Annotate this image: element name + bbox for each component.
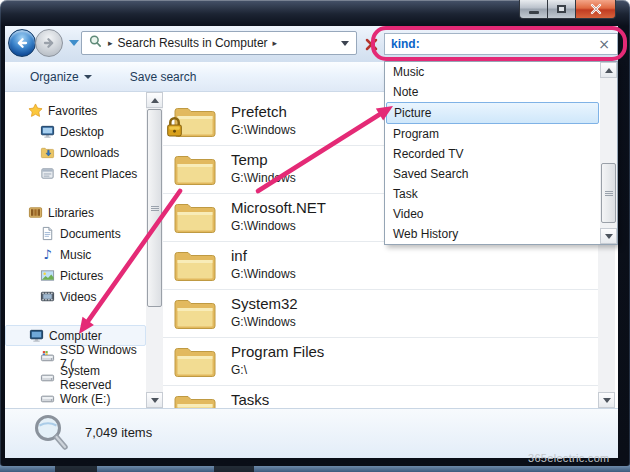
close-icon: [590, 3, 602, 15]
window-controls: [519, 0, 616, 19]
scroll-down-button[interactable]: [598, 392, 615, 408]
scroll-down-button[interactable]: [146, 392, 163, 408]
sidebar-label: Computer: [49, 329, 102, 343]
save-search-button[interactable]: Save search: [122, 66, 205, 88]
sidebar-item-desktop[interactable]: Desktop: [5, 121, 146, 142]
search-input[interactable]: [391, 37, 598, 51]
document-icon: [40, 226, 55, 241]
organize-button[interactable]: Organize: [22, 66, 100, 88]
sidebar-label: Videos: [60, 290, 96, 304]
search-magnifier-icon: [29, 412, 75, 462]
search-location-icon: [88, 34, 103, 53]
navigation-pane: Favorites Desktop Downloads: [5, 92, 146, 408]
thumb-grip-icon: [151, 206, 159, 211]
dropdown-scrollbar[interactable]: [600, 62, 617, 244]
back-arrow-icon: [14, 35, 30, 51]
thumb-grip-icon: [605, 191, 613, 196]
close-button[interactable]: [576, 0, 616, 19]
chevron-down-icon: [84, 75, 92, 79]
triangle-up-icon: [605, 68, 613, 73]
breadcrumb-arrow-icon[interactable]: ▸: [273, 38, 278, 48]
sidebar-item-documents[interactable]: Documents: [5, 223, 146, 244]
desktop-icon: [40, 124, 55, 139]
file-name: Prefetch: [231, 103, 287, 120]
file-row-inf[interactable]: inf G:\Windows: [163, 242, 598, 290]
file-name: System32: [231, 295, 298, 312]
folder-icon: [173, 295, 217, 331]
dropdown-item-note[interactable]: Note: [385, 82, 600, 102]
dropdown-item-web-history[interactable]: Web History: [385, 224, 600, 244]
dropdown-item-video[interactable]: Video: [385, 204, 600, 224]
windows-drive-icon: [40, 349, 55, 364]
sidebar-item-system-reserved[interactable]: System Reserved: [5, 367, 146, 388]
red-x-icon: [364, 37, 379, 52]
forward-arrow-icon: [41, 35, 57, 51]
sidebar-item-downloads[interactable]: Downloads: [5, 142, 146, 163]
stop-button[interactable]: [361, 34, 381, 54]
file-name: Temp: [231, 151, 268, 168]
sidebar-label: Documents: [60, 227, 121, 241]
sidebar-label: Downloads: [60, 146, 119, 160]
sidebar-item-recent-places[interactable]: Recent Places: [5, 163, 146, 184]
dropdown-item-task[interactable]: Task: [385, 184, 600, 204]
triangle-down-icon: [603, 398, 611, 403]
sidebar-item-libraries[interactable]: Libraries: [5, 202, 146, 223]
scrollbar-thumb[interactable]: [147, 109, 162, 307]
scrollbar-thumb[interactable]: [601, 163, 616, 223]
triangle-down-icon: [151, 398, 159, 403]
dropdown-item-saved-search[interactable]: Saved Search: [385, 164, 600, 184]
file-path: G:\: [231, 363, 247, 377]
file-row-program-files[interactable]: Program Files G:\: [163, 338, 598, 386]
sidebar-item-favorites[interactable]: Favorites: [5, 100, 146, 121]
sidebar-label: Work (E:): [60, 392, 110, 406]
sidebar-item-videos[interactable]: Videos: [5, 286, 146, 307]
dropdown-item-music[interactable]: Music: [385, 62, 600, 82]
folder-icon: [173, 343, 217, 379]
sidebar-scrollbar[interactable]: [146, 92, 163, 408]
maximize-icon: [557, 5, 566, 13]
sidebar-label: Favorites: [48, 104, 97, 118]
scroll-up-button[interactable]: [600, 62, 617, 78]
dropdown-item-recorded-tv[interactable]: Recorded TV: [385, 144, 600, 164]
forward-button[interactable]: [35, 29, 63, 57]
address-bar[interactable]: ▸ Search Results in Computer ▸: [81, 31, 357, 55]
sidebar-item-pictures[interactable]: Pictures: [5, 265, 146, 286]
file-name: Tasks: [231, 391, 269, 408]
search-box[interactable]: ×: [384, 33, 618, 55]
folder-icon: [173, 391, 217, 408]
status-bar: 7,049 items: [5, 408, 618, 458]
file-name: Program Files: [231, 343, 324, 360]
organize-label: Organize: [30, 70, 79, 84]
dropdown-items: Music Note Picture Program Recorded TV S…: [385, 62, 600, 244]
sidebar-item-music[interactable]: ♪ Music: [5, 244, 146, 265]
dropdown-item-picture[interactable]: Picture: [386, 102, 599, 124]
file-path: G:\Windows: [231, 315, 296, 329]
back-button[interactable]: [8, 29, 36, 57]
items-count: 7,049 items: [85, 425, 152, 440]
breadcrumb[interactable]: Search Results in Computer: [118, 36, 268, 50]
scroll-up-button[interactable]: [146, 92, 163, 108]
minimize-button[interactable]: [519, 0, 548, 19]
file-path: G:\Windows: [231, 123, 296, 137]
recent-pages-chevron-icon[interactable]: [69, 40, 79, 46]
clear-search-icon[interactable]: ×: [598, 37, 610, 51]
triangle-down-icon: [605, 234, 613, 239]
file-name: inf: [231, 247, 247, 264]
file-row-tasks[interactable]: Tasks: [163, 386, 598, 408]
drive-icon: [40, 370, 55, 385]
file-path: G:\Windows: [231, 267, 296, 281]
sidebar-label: Music: [60, 248, 91, 262]
picture-icon: [40, 268, 55, 283]
breadcrumb-arrow-icon: ▸: [108, 38, 113, 48]
address-dropdown-icon[interactable]: [341, 41, 349, 46]
maximize-button[interactable]: [548, 0, 576, 19]
libraries-icon: [28, 205, 43, 220]
dropdown-item-program[interactable]: Program: [385, 124, 600, 144]
screenshot-stage: ▸ Search Results in Computer ▸ × Organiz…: [0, 0, 630, 472]
sidebar-label: Desktop: [60, 125, 104, 139]
scroll-down-button[interactable]: [600, 228, 617, 244]
lock-icon: [165, 115, 184, 138]
file-row-system32[interactable]: System32 G:\Windows: [163, 290, 598, 338]
sidebar-label: Recent Places: [60, 167, 137, 181]
recent-places-icon: [40, 166, 55, 181]
